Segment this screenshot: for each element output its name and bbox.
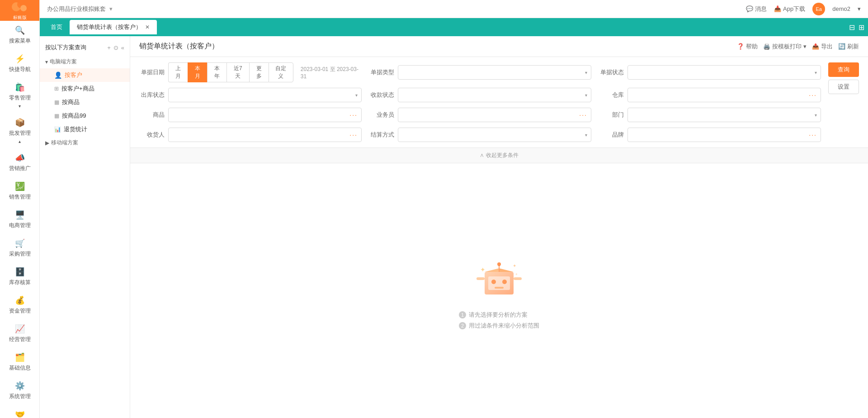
add-scheme-btn[interactable]: + (107, 44, 111, 51)
receiptstatus-select[interactable]: ▾ (398, 88, 591, 102)
tab-home[interactable]: 首页 (43, 20, 70, 34)
docstatus-select[interactable]: ▾ (627, 65, 821, 80)
date-btn-this-month[interactable]: 本月 (188, 62, 207, 82)
download-icon: 📥 (774, 5, 781, 12)
department-arrow-icon: ▾ (815, 113, 817, 118)
filter-product-item: 商品 ··· (139, 108, 362, 122)
date-btn-more[interactable]: 更多 (249, 62, 269, 82)
filter-area: 单据日期 上月 本月 本年 近7天 更多 自定义 2023-03-01 至 20… (130, 57, 868, 148)
svg-point-7 (491, 280, 496, 284)
receiver-select[interactable]: ··· (168, 128, 362, 142)
scheme-by-product[interactable]: ▦ 按商品 (40, 95, 130, 109)
product-dots-icon: ··· (349, 111, 358, 119)
sidebar-item-inventory[interactable]: 🗄️ 库存核算 (0, 262, 40, 291)
empty-tip1: 1 请先选择要分析的方案 (459, 311, 539, 319)
warehouse-dots-icon: ··· (809, 91, 817, 99)
sidebar-item-finance[interactable]: 💰 资金管理 (0, 291, 40, 319)
right-panel: 销货单统计表（按客户） ❓ 帮助 🖨️ 按模板打印 ▾ 📤 导出 (130, 36, 868, 418)
filter-action-buttons: 查询 设置 (821, 62, 859, 94)
date-btn-custom[interactable]: 自定义 (269, 62, 293, 82)
payment-label: 结算方式 (369, 131, 394, 139)
customer-product-icon: ⊞ (54, 86, 59, 92)
svg-point-10 (497, 262, 501, 266)
sidebar-item-ecommerce[interactable]: 🖥️ 电商管理 (0, 205, 40, 234)
outstatus-select[interactable]: ▾ (168, 88, 362, 102)
empty-tips: 1 请先选择要分析的方案 2 用过滤条件来缩小分析范围 (459, 311, 539, 332)
help-btn[interactable]: ❓ 帮助 (737, 43, 758, 51)
filter-payment-item: 结算方式 ▾ (369, 128, 591, 142)
setting-button[interactable]: 设置 (828, 80, 859, 94)
message-btn[interactable]: 💬 消息 (746, 5, 767, 13)
tab-maximize-btn[interactable]: ⊞ (859, 23, 864, 32)
date-btn-this-year[interactable]: 本年 (207, 62, 226, 82)
empty-state: ✦ ✦ ✦ 1 请先选择要分析的方案 2 用过滤条件来缩小分析范围 (130, 163, 868, 418)
department-label: 部门 (599, 111, 624, 119)
sidebar-item-operation[interactable]: 📈 经营管理 (0, 319, 40, 348)
finance-icon: 💰 (15, 295, 25, 305)
tab-sales-stat[interactable]: 销货单统计表（按客户） ✕ (70, 20, 157, 34)
date-btn-last7[interactable]: 近7天 (226, 62, 249, 82)
system-icon: ⚙️ (15, 381, 25, 391)
tab-close-btn[interactable]: ✕ (145, 24, 150, 30)
brand-select[interactable]: ··· (627, 128, 821, 142)
main-area: 办公用品行业模拟账套 ▾ 💬 消息 📥 App下载 Ea demo2 ▾ 首页 … (40, 0, 868, 418)
page-body: 按以下方案查询 + ⊙ « ▾ 电脑端方案 👤 按客户 ⊞ 按客户+商品 (40, 36, 868, 418)
dropdown-icon[interactable]: ▾ (109, 5, 113, 12)
tabbar: 首页 销货单统计表（按客户） ✕ ⊟ ⊞ (40, 18, 868, 36)
scheme-by-product99[interactable]: ▦ 按商品99 (40, 109, 130, 123)
scheme-return-stat[interactable]: 📊 退货统计 (40, 123, 130, 136)
return-stat-label: 退货统计 (64, 125, 87, 133)
template-print-btn[interactable]: 🖨️ 按模板打印 ▾ (763, 43, 807, 51)
sidebar-item-marketing[interactable]: 📣 营销推广 (0, 148, 40, 177)
panel-title: 按以下方案查询 (45, 43, 86, 52)
sidebar-item-retail[interactable]: 🛍️ 零售管理 ▾ (0, 78, 40, 113)
outstatus-arrow-icon: ▾ (355, 93, 358, 98)
sidebar-item-search[interactable]: 🔍 搜索菜单 (0, 21, 40, 49)
search-icon: 🔍 (15, 25, 25, 35)
scheme-customer-product[interactable]: ⊞ 按客户+商品 (40, 82, 130, 95)
sidebar-item-system[interactable]: ⚙️ 系统管理 (0, 376, 40, 405)
collapse-panel-btn[interactable]: « (121, 44, 124, 51)
mobile-group-label: ▶ 移动端方案 (40, 136, 130, 149)
sidebar-item-enterprise[interactable]: 🤝 企业协同 (0, 405, 40, 418)
date-btn-last-month[interactable]: 上月 (168, 62, 188, 82)
receiver-label: 收货人 (139, 131, 165, 139)
refresh-btn[interactable]: 🔄 刷新 (838, 43, 859, 51)
brand-dots-icon: ··· (809, 131, 817, 138)
sidebar-item-sales[interactable]: 💹 销售管理 (0, 177, 40, 205)
enterprise-icon: 🤝 (15, 409, 25, 418)
department-select[interactable]: ▾ (627, 108, 821, 122)
app-download-btn[interactable]: 📥 App下载 (774, 5, 805, 13)
wholesale-icon: 📦 (15, 118, 25, 128)
product-select[interactable]: ··· (168, 108, 362, 122)
date-range: 2023-03-01 至 2023-03-31 (301, 66, 362, 80)
export-btn[interactable]: 📤 导出 (812, 43, 833, 51)
industry-name: 办公用品行业模拟账套 (47, 5, 106, 13)
collapse-bar[interactable]: ∧ 收起更多条件 (130, 148, 868, 163)
header-actions: ❓ 帮助 🖨️ 按模板打印 ▾ 📤 导出 🔄 刷新 (737, 43, 859, 51)
salesperson-select[interactable]: ··· (398, 108, 591, 122)
home-tab-label: 首页 (51, 23, 62, 31)
receiver-dots-icon: ··· (349, 131, 358, 138)
query-button[interactable]: 查询 (828, 62, 859, 77)
sidebar-item-wholesale[interactable]: 📦 批发管理 ▴ (0, 113, 40, 148)
tab-minimize-btn[interactable]: ⊟ (849, 23, 855, 32)
sidebar-item-basic[interactable]: 🗂️ 基础信息 (0, 348, 40, 376)
svg-text:✦: ✦ (515, 272, 518, 276)
sidebar-item-quick[interactable]: ⚡ 快捷导航 (0, 49, 40, 78)
payment-select[interactable]: ▾ (398, 128, 591, 142)
filter-receiptstatus-item: 收款状态 ▾ (369, 88, 591, 102)
warehouse-select[interactable]: ··· (627, 88, 821, 102)
left-panel: 按以下方案查询 + ⊙ « ▾ 电脑端方案 👤 按客户 ⊞ 按客户+商品 (40, 36, 130, 418)
customer-scheme-icon: 👤 (54, 71, 62, 79)
basic-icon: 🗂️ (15, 352, 25, 362)
filter-doctype-item: 单据类型 ▾ (369, 65, 591, 80)
receiptstatus-arrow-icon: ▾ (585, 93, 587, 98)
user-dropdown-icon[interactable]: ▾ (858, 5, 861, 12)
sidebar-item-purchase[interactable]: 🛒 采购管理 (0, 234, 40, 262)
date-filter: 上月 本月 本年 近7天 更多 自定义 (168, 62, 293, 82)
doctype-select[interactable]: ▾ (398, 65, 591, 80)
filter-warehouse-item: 仓库 ··· (599, 88, 821, 102)
edit-scheme-btn[interactable]: ⊙ (113, 44, 118, 51)
scheme-by-customer[interactable]: 👤 按客户 (40, 68, 130, 82)
